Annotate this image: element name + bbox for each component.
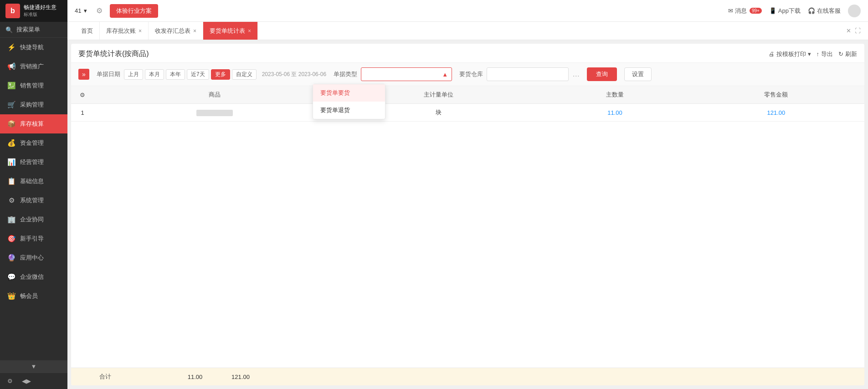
- print-template-btn[interactable]: 🖨 按模板打印 ▾: [769, 50, 811, 58]
- sidebar-item-wechat[interactable]: 💬 企业微信: [0, 267, 67, 287]
- sidebar-item-system[interactable]: ⚙ 系统管理: [0, 191, 67, 210]
- col-amount-header: 零售金额: [688, 86, 864, 104]
- dropdown-option-1[interactable]: 要货单要货: [313, 84, 385, 102]
- online-service-label: 在线客服: [817, 7, 841, 15]
- date-btn-this-year[interactable]: 本年: [166, 69, 185, 80]
- messages-action[interactable]: ✉ 消息 99+: [728, 7, 762, 15]
- tab-order-summary-close[interactable]: ×: [248, 28, 251, 34]
- sidebar-item-quick-nav[interactable]: ⚡ 快捷导航: [0, 38, 67, 57]
- export-icon: ↑: [817, 51, 820, 57]
- store-dropdown-icon: ▾: [84, 7, 87, 14]
- search-label: 搜索菜单: [16, 26, 40, 34]
- page-title: 要货单统计表(按商品): [78, 49, 149, 59]
- date-filter-label: 单据日期: [97, 70, 120, 78]
- tab-close-all[interactable]: ✕: [846, 27, 851, 34]
- sidebar-item-guide[interactable]: 🎯 新手引导: [0, 229, 67, 248]
- tab-receipt-summary-close[interactable]: ×: [193, 28, 196, 34]
- sidebar-scroll-down[interactable]: ▼: [0, 360, 67, 373]
- date-shortcuts: 上月 本月 本年 近7天 更多 自定义: [124, 69, 257, 80]
- logo-icon: b: [5, 4, 20, 18]
- sidebar-item-vip[interactable]: 👑 畅会员: [0, 287, 67, 306]
- warehouse-select[interactable]: [487, 67, 569, 81]
- nav-icon-finance: 💰: [7, 139, 15, 147]
- app-download-label: App下载: [778, 7, 801, 15]
- store-selector[interactable]: 41 ▾: [75, 7, 87, 14]
- nav-icon-quick-nav: ⚡: [7, 43, 15, 51]
- export-label: 导出: [821, 50, 833, 58]
- print-arrow-icon: ▾: [808, 51, 811, 57]
- date-btn-last-month[interactable]: 上月: [124, 69, 143, 80]
- col-settings-icon: ⚙: [80, 92, 85, 98]
- app-download-action[interactable]: 📱 App下载: [769, 7, 801, 15]
- tab-home-label: 首页: [81, 27, 93, 35]
- trial-button[interactable]: 体验行业方案: [110, 4, 158, 18]
- nav-icon-enterprise: 🏢: [7, 215, 15, 224]
- type-dropdown: 要货单要货 要货单退货: [313, 84, 385, 119]
- nav-icon-vip: 👑: [7, 292, 15, 300]
- sidebar-item-inventory[interactable]: 📦 库存核算: [0, 114, 67, 133]
- refresh-btn[interactable]: ↻ 刷新: [838, 50, 857, 58]
- col-product-header: 商品: [94, 86, 335, 104]
- date-btn-7days[interactable]: 近7天: [187, 69, 209, 80]
- sidebar-item-enterprise[interactable]: 🏢 企业协同: [0, 210, 67, 229]
- date-filter-group: 单据日期 上月 本月 本年 近7天 更多 自定义 2023-05-06 至 20…: [97, 69, 326, 80]
- settings-button[interactable]: 设置: [624, 67, 652, 81]
- nav-label-finance: 资金管理: [20, 139, 44, 147]
- settings-icon[interactable]: ⚙: [7, 378, 13, 384]
- header-gear-icon[interactable]: ⚙: [96, 6, 103, 15]
- sidebar-item-sales[interactable]: 💹 销售管理: [0, 76, 67, 95]
- print-label: 按模板打印: [776, 50, 806, 58]
- refresh-label: 刷新: [845, 50, 857, 58]
- amount-link[interactable]: 121.00: [767, 109, 786, 116]
- sidebar-item-marketing[interactable]: 📢 营销推广: [0, 57, 67, 76]
- filter-bar: » 单据日期 上月 本月 本年 近7天 更多 自定义 2023-05-06 至 …: [71, 63, 864, 86]
- sidebar-item-app-center[interactable]: 🔮 应用中心: [0, 248, 67, 267]
- export-btn[interactable]: ↑ 导出: [817, 50, 833, 58]
- sidebar-item-operation[interactable]: 📊 经营管理: [0, 153, 67, 172]
- query-button[interactable]: 查询: [587, 67, 617, 81]
- top-header: 41 ▾ ⚙ 体验行业方案 ✉ 消息 99+ 📱 App下载 🎧 在线客服: [67, 0, 868, 22]
- date-btn-custom[interactable]: 自定义: [232, 69, 257, 80]
- tab-home[interactable]: 首页: [75, 22, 100, 40]
- collapse-icon[interactable]: ◀▶: [22, 378, 31, 384]
- nav-label-sales: 销售管理: [20, 82, 44, 90]
- tab-inventory-batch-label: 库存批次账: [106, 27, 136, 35]
- nav-icon-marketing: 📢: [7, 62, 15, 71]
- more-filters-icon[interactable]: …: [572, 70, 580, 78]
- sidebar-search[interactable]: 🔍 搜索菜单: [0, 22, 67, 38]
- refresh-icon: ↻: [838, 51, 843, 57]
- nav-icon-wechat: 💬: [7, 273, 15, 281]
- nav-label-operation: 经营管理: [20, 158, 44, 166]
- download-icon: 📱: [769, 7, 776, 14]
- tab-expand-icon[interactable]: ⛶: [855, 27, 861, 34]
- sidebar-nav: ⚡ 快捷导航 📢 营销推广 💹 销售管理 🛒 采购管理 📦 库存核算 💰 资金管…: [0, 38, 67, 360]
- dropdown-option-2[interactable]: 要货单退货: [313, 102, 385, 119]
- type-select[interactable]: ▲: [361, 67, 452, 81]
- filter-expand-btn[interactable]: »: [78, 69, 89, 80]
- messages-icon: ✉: [728, 7, 733, 14]
- sidebar-item-basic[interactable]: 📋 基础信息: [0, 172, 67, 191]
- footer-total-label: 合计: [77, 373, 172, 381]
- sidebar-item-finance[interactable]: 💰 资金管理: [0, 133, 67, 153]
- table-footer: 合计 11.00 121.00: [71, 368, 864, 385]
- tab-order-summary[interactable]: 要货单统计表 ×: [203, 22, 258, 40]
- dropdown-option-2-label: 要货单退货: [320, 107, 350, 113]
- type-filter-label: 单据类型: [334, 70, 357, 78]
- tab-inventory-batch-close[interactable]: ×: [139, 28, 142, 34]
- sidebar-logo: b 畅捷通好生意 标准版: [0, 0, 67, 22]
- quantity-link[interactable]: 11.00: [607, 109, 622, 116]
- date-btn-more[interactable]: 更多: [211, 69, 230, 80]
- user-avatar[interactable]: [848, 5, 861, 17]
- page-header: 要货单统计表(按商品) 🖨 按模板打印 ▾ ↑ 导出 ↻ 刷新: [71, 44, 864, 63]
- footer-amount: 121.00: [218, 374, 263, 380]
- tab-receipt-summary[interactable]: 收发存汇总表 ×: [149, 22, 203, 40]
- col-quantity-header: 主数量: [542, 86, 688, 104]
- table-wrapper: ⚙ 商品 主计量单位 主数量 零售金额 1 块 11.00: [71, 86, 864, 368]
- online-service-action[interactable]: 🎧 在线客服: [808, 7, 841, 15]
- nav-icon-operation: 📊: [7, 158, 15, 166]
- nav-label-vip: 畅会员: [20, 292, 38, 300]
- col-settings-header[interactable]: ⚙: [71, 86, 94, 104]
- tab-inventory-batch[interactable]: 库存批次账 ×: [100, 22, 149, 40]
- sidebar-item-purchase[interactable]: 🛒 采购管理: [0, 95, 67, 114]
- date-btn-this-month[interactable]: 本月: [145, 69, 164, 80]
